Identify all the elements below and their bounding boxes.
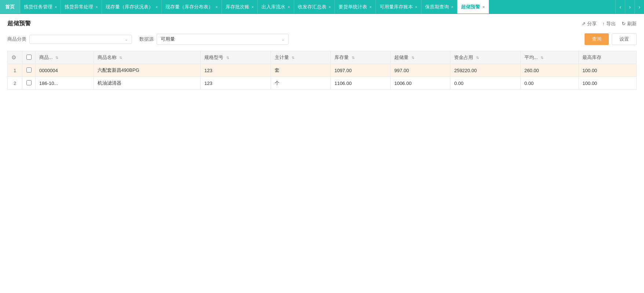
row-unit: 个: [271, 77, 330, 90]
row-checkbox-cell: [22, 77, 36, 90]
nav-tab-5[interactable]: 出入库流水 ×: [258, 0, 294, 14]
top-navigation: 首页 拣货任务管理 × 拣货异常处理 × 现存量（库存状况表） × 现存量（库存…: [0, 0, 644, 14]
row-checkbox-cell: [22, 64, 36, 77]
datasource-select-value: 可用量: [161, 36, 175, 42]
th-overstock: 超储量 ⇅: [391, 51, 450, 64]
row-index: 2: [8, 77, 22, 90]
nav-tab-8[interactable]: 可用量库存账本 ×: [376, 0, 421, 14]
filter-row: 商品分类 ⌄ 数据源 可用量 ⌄ 查询 设置: [7, 33, 637, 45]
row-checkbox-0[interactable]: [26, 67, 32, 73]
category-filter: 商品分类 ⌄: [7, 35, 132, 44]
row-max-stock: 100.00: [579, 77, 637, 90]
close-tab-5-icon[interactable]: ×: [288, 5, 290, 9]
row-checkbox-1[interactable]: [26, 80, 32, 85]
close-tab-9-icon[interactable]: ×: [451, 5, 453, 9]
close-tab-1-icon[interactable]: ×: [95, 5, 98, 9]
nav-home[interactable]: 首页: [0, 0, 20, 14]
datasource-select[interactable]: 可用量 ⌄: [157, 34, 289, 45]
table-header-row: ⚙ 商品... ⇅ 商品名称 ⇅ 规格型号 ⇅ 主计量: [8, 51, 637, 64]
nav-arrows: ‹ › ›: [615, 0, 644, 14]
nav-more-arrow[interactable]: ›: [634, 0, 644, 14]
refresh-icon: ↻: [622, 21, 626, 26]
nav-tab-10[interactable]: 超储预警 ×: [457, 0, 489, 14]
nav-tab-2[interactable]: 现存量（库存状况表） ×: [102, 0, 162, 14]
nav-tab-9[interactable]: 保质期查询 ×: [421, 0, 457, 14]
export-button[interactable]: ↑ 导出: [603, 21, 616, 27]
query-button[interactable]: 查询: [585, 33, 609, 45]
category-select[interactable]: ⌄: [29, 35, 132, 44]
row-capital: 0.00: [450, 77, 520, 90]
th-spec: 规格型号 ⇅: [201, 51, 271, 64]
datasource-filter: 数据源 可用量 ⌄: [139, 34, 289, 45]
row-max-stock: 100.00: [579, 64, 637, 77]
table-row: 2 186-10... 机油滤清器 123 个 1106.00 1006.00 …: [8, 77, 637, 90]
close-tab-6-icon[interactable]: ×: [329, 5, 331, 9]
row-product-name: 六配套新昌490BPG: [94, 64, 201, 77]
export-icon: ↑: [603, 21, 605, 26]
th-avg: 平均... ⇅: [520, 51, 579, 64]
page-header: 超储预警 ⇗ 分享 ↑ 导出 ↻ 刷新: [7, 20, 637, 27]
close-tab-7-icon[interactable]: ×: [369, 5, 372, 9]
row-capital: 259220.00: [450, 64, 520, 77]
chevron-down-icon: ⌄: [125, 37, 128, 42]
sort-icon-avg[interactable]: ⇅: [541, 56, 544, 60]
close-tab-3-icon[interactable]: ×: [215, 5, 217, 9]
row-spec: 123: [201, 64, 271, 77]
th-capital: 资金占用 ⇅: [450, 51, 520, 64]
th-stock: 库存量 ⇅: [330, 51, 390, 64]
close-tab-2-icon[interactable]: ×: [155, 5, 158, 9]
nav-tab-1[interactable]: 拣货异常处理 ×: [61, 0, 102, 14]
sort-icon-stock[interactable]: ⇅: [352, 56, 355, 60]
filter-actions: 查询 设置: [585, 33, 637, 45]
row-overstock: 997.00: [391, 64, 450, 77]
nav-tab-3[interactable]: 现存量（库存分布表） ×: [162, 0, 222, 14]
nav-tab-4[interactable]: 库存批次账 ×: [222, 0, 258, 14]
th-checkbox: [22, 51, 36, 64]
datasource-label: 数据源: [139, 36, 154, 42]
share-icon: ⇗: [582, 21, 586, 26]
sort-icon-spec[interactable]: ⇅: [226, 56, 229, 60]
nav-prev-arrow[interactable]: ‹: [615, 0, 625, 14]
row-avg: 0.00: [520, 77, 579, 90]
sort-icon-capital[interactable]: ⇅: [476, 56, 479, 60]
close-tab-0-icon[interactable]: ×: [55, 5, 57, 9]
row-product-code: 186-10...: [36, 77, 94, 90]
sort-icon-overstock[interactable]: ⇅: [411, 56, 414, 60]
chevron-down-icon-2: ⌄: [281, 37, 285, 42]
row-avg: 260.00: [520, 64, 579, 77]
share-button[interactable]: ⇗ 分享: [582, 21, 597, 27]
page-title: 超储预警: [7, 20, 31, 27]
row-spec: 123: [201, 77, 271, 90]
sort-icon-unit[interactable]: ⇅: [292, 56, 294, 60]
row-stock: 1097.00: [330, 64, 390, 77]
th-settings: ⚙: [8, 51, 22, 64]
settings-button[interactable]: 设置: [612, 33, 637, 45]
page-content: 超储预警 ⇗ 分享 ↑ 导出 ↻ 刷新 商品分类 ⌄ 数据源: [0, 14, 644, 96]
nav-tab-6[interactable]: 收发存汇总表 ×: [294, 0, 335, 14]
data-table: ⚙ 商品... ⇅ 商品名称 ⇅ 规格型号 ⇅ 主计量: [7, 51, 637, 90]
table-row: 1 0000004 六配套新昌490BPG 123 套 1097.00 997.…: [8, 64, 637, 77]
close-tab-4-icon[interactable]: ×: [252, 5, 254, 9]
nav-next-arrow[interactable]: ›: [625, 0, 634, 14]
gear-icon[interactable]: ⚙: [11, 54, 16, 60]
row-index: 1: [8, 64, 22, 77]
th-max-stock: 最高库存: [579, 51, 637, 64]
nav-tab-0[interactable]: 拣货任务管理 ×: [20, 0, 61, 14]
select-all-checkbox[interactable]: [26, 55, 32, 60]
close-tab-8-icon[interactable]: ×: [415, 5, 417, 9]
refresh-button[interactable]: ↻ 刷新: [622, 21, 637, 27]
th-product-name: 商品名称 ⇅: [94, 51, 201, 64]
sort-icon-product-name[interactable]: ⇅: [119, 56, 122, 60]
row-unit: 套: [271, 64, 330, 77]
close-tab-10-icon[interactable]: ×: [482, 5, 484, 9]
th-product-code: 商品... ⇅: [36, 51, 94, 64]
category-label: 商品分类: [7, 36, 26, 42]
nav-tab-7[interactable]: 要货单统计表 ×: [335, 0, 376, 14]
row-stock: 1106.00: [330, 77, 390, 90]
th-unit: 主计量 ⇅: [271, 51, 330, 64]
row-overstock: 1006.00: [391, 77, 450, 90]
sort-icon-product-code[interactable]: ⇅: [55, 56, 58, 60]
row-product-code: 0000004: [36, 64, 94, 77]
row-product-name: 机油滤清器: [94, 77, 201, 90]
header-actions: ⇗ 分享 ↑ 导出 ↻ 刷新: [582, 21, 637, 27]
